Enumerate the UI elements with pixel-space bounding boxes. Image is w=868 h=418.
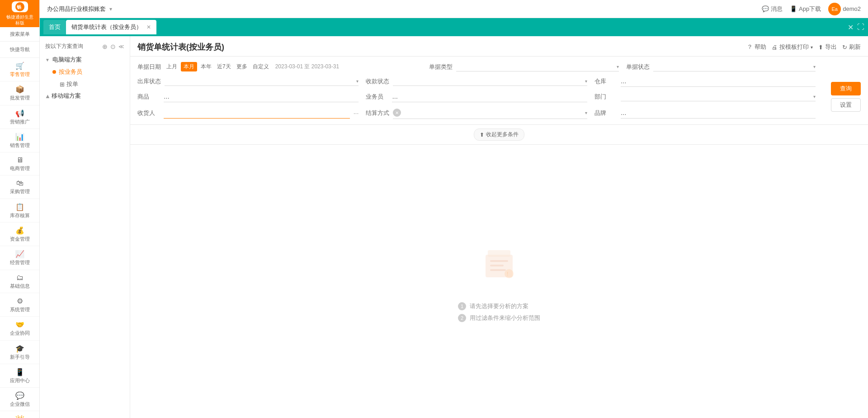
- sidebar-item-ecommerce[interactable]: 🖥 电商管理: [0, 152, 39, 176]
- sidebar-item-operations[interactable]: 📈 经营管理: [0, 246, 39, 270]
- system-label: 系统管理: [10, 306, 30, 313]
- date-tab-custom[interactable]: 自定义: [251, 62, 271, 71]
- tip-2-text: 用过滤条件来缩小分析范围: [470, 314, 540, 322]
- sidebar-item-sales[interactable]: 📊 销售管理: [0, 129, 39, 152]
- help-button[interactable]: ？ 帮助: [747, 43, 766, 51]
- goods-label: 商品: [137, 93, 160, 101]
- page-header: 销货单统计表(按业务员) ？ 帮助 🖨 按模板打印 ▾ ⬆ 导出: [130, 36, 868, 57]
- payment-status-arrow: ▾: [585, 79, 587, 84]
- app-download-button[interactable]: 📱 App下载: [790, 5, 821, 13]
- filter-row-4: 收货人 ··· 结算方式 ✕ ▾ 品牌: [137, 107, 861, 119]
- sidebar-search-section[interactable]: 搜索菜单: [0, 27, 39, 42]
- settlement-clear-icon[interactable]: ✕: [393, 109, 401, 117]
- sidebar-item-basic[interactable]: 🗂 基础信息: [0, 270, 39, 293]
- sidebar-item-finance[interactable]: 💰 资金管理: [0, 223, 39, 246]
- collapse-button[interactable]: ⬆ 收起更多条件: [474, 128, 524, 141]
- tab-maximize-button[interactable]: ⛶: [857, 23, 864, 31]
- warehouse-select[interactable]: …: [621, 76, 816, 87]
- doc-status-select[interactable]: ▾: [653, 62, 816, 71]
- tree-by-order[interactable]: ⊞ 按单: [40, 78, 130, 90]
- filter-row-1: 单据日期 上月 本月 本年 近7天 更多 自定义 20: [137, 62, 861, 71]
- department-select[interactable]: ▾: [621, 92, 816, 101]
- sidebar-item-appstore[interactable]: 📱 应用中心: [0, 364, 39, 388]
- out-status-select[interactable]: ▾: [165, 77, 359, 86]
- collapse-icon: ⬆: [480, 132, 484, 138]
- filter-row-3: 商品 … 业务员 … 部门: [137, 91, 861, 102]
- filter-payment-status: 收款状态 ▾: [366, 77, 587, 86]
- sidebar-item-wechat[interactable]: 💬 企业微信: [0, 388, 39, 411]
- tree-pc-scheme[interactable]: ▼ 电脑端方案: [40, 54, 130, 66]
- date-tab-last-month[interactable]: 上月: [165, 62, 179, 71]
- query-button[interactable]: 查询: [831, 82, 861, 95]
- tab-bar-controls: ✕ ⛶: [848, 23, 864, 32]
- sidebar-logo[interactable]: 畅 畅捷通好生意 标版: [0, 0, 39, 27]
- date-filter-controls: 上月 本月 本年 近7天 更多 自定义 2023-03-01 至 2023-03…: [165, 62, 422, 71]
- scheme-query-title: 按以下方案查询: [45, 43, 83, 50]
- consignee-dots-icon[interactable]: ···: [354, 109, 359, 117]
- finance-label: 资金管理: [10, 236, 30, 242]
- page-content-wrapper: 单据日期 上月 本月 本年 近7天 更多 自定义 20: [130, 57, 868, 418]
- breadcrumb-dropdown-icon[interactable]: ▾: [109, 6, 112, 12]
- wechat-label: 企业微信: [10, 401, 30, 407]
- sidebar-item-marketing[interactable]: 📢 营销推广: [0, 105, 39, 129]
- consignee-input[interactable]: [164, 108, 350, 119]
- tab-close-button[interactable]: ✕: [146, 24, 151, 30]
- settlement-select[interactable]: ✕ ▾: [393, 107, 587, 119]
- sidebar-item-inventory[interactable]: 📋 库存核算: [0, 199, 39, 223]
- page-title: 销货单统计表(按业务员): [137, 42, 224, 52]
- goods-select[interactable]: …: [164, 91, 359, 102]
- sidebar-item-guide[interactable]: 🎓 新手引导: [0, 341, 39, 364]
- sidebar-item-wholesale[interactable]: 📦 批发管理: [0, 81, 39, 105]
- date-tab-this-year[interactable]: 本年: [199, 62, 213, 71]
- date-tab-more[interactable]: 更多: [235, 62, 249, 71]
- collapse-panel-icon[interactable]: ≪: [118, 43, 124, 50]
- template-print-button[interactable]: 🖨 按模板打印 ▾: [772, 43, 813, 51]
- tab-sales-stat[interactable]: 销货单统计表（按业务员） ✕: [66, 20, 156, 34]
- tab-home[interactable]: 首页: [43, 20, 66, 34]
- message-icon: 💬: [762, 5, 769, 12]
- doc-type-select[interactable]: ▾: [456, 62, 618, 71]
- svg-rect-6: [490, 269, 506, 271]
- salesperson-select[interactable]: …: [392, 91, 587, 102]
- by-order-label: 按单: [66, 80, 78, 88]
- refresh-icon: ↻: [842, 44, 847, 51]
- tip-1-text: 请先选择要分析的方案: [470, 302, 528, 310]
- sidebar-item-system[interactable]: ⚙ 系统管理: [0, 293, 39, 317]
- breadcrumb: 办公用品行业模拟账套: [47, 5, 106, 13]
- settings-scheme-icon[interactable]: ⊙: [110, 43, 116, 50]
- sidebar-nav-section[interactable]: 快捷导航: [0, 42, 39, 58]
- payment-status-label: 收款状态: [366, 77, 389, 86]
- tree-by-salesperson[interactable]: 按业务员: [40, 66, 130, 78]
- settings-button[interactable]: 设置: [831, 98, 861, 112]
- sidebar-nav-label[interactable]: 快捷导航: [10, 43, 30, 56]
- tab-close-all-button[interactable]: ✕: [848, 23, 854, 32]
- brand-select[interactable]: …: [621, 108, 816, 119]
- out-status-arrow: ▾: [356, 79, 359, 84]
- sidebar-search-label[interactable]: 搜索菜单: [10, 31, 30, 38]
- filter-warehouse: 仓库 …: [594, 76, 816, 87]
- marketing-icon: 📢: [15, 109, 24, 118]
- empty-tip-1: 1 请先选择要分析的方案: [458, 302, 540, 310]
- username-label: demo2: [843, 5, 861, 12]
- date-tab-7days[interactable]: 近7天: [215, 62, 233, 71]
- payment-status-select[interactable]: ▾: [393, 77, 587, 86]
- template-print-dropdown-icon[interactable]: ▾: [811, 45, 813, 50]
- page-actions: ？ 帮助 🖨 按模板打印 ▾ ⬆ 导出 ↻ 刷新: [747, 43, 861, 51]
- tree-mobile-scheme[interactable]: ▶ 移动端方案: [40, 90, 130, 102]
- add-scheme-icon[interactable]: ⊕: [102, 43, 108, 50]
- operations-icon: 📈: [15, 250, 24, 258]
- refresh-button[interactable]: ↻ 刷新: [842, 43, 861, 51]
- doc-status-label: 单据状态: [626, 63, 650, 71]
- header-left: 办公用品行业模拟账套 ▾: [47, 5, 112, 13]
- print-icon: 🖨: [772, 44, 778, 51]
- sidebar-item-member[interactable]: 👑 畅会员: [0, 411, 39, 418]
- sidebar-item-purchase[interactable]: 🛍 采购管理: [0, 176, 39, 199]
- message-button[interactable]: 💬 消息: [762, 5, 783, 13]
- export-button[interactable]: ⬆ 导出: [818, 43, 837, 51]
- date-tab-this-month[interactable]: 本月: [181, 62, 197, 71]
- sidebar-item-corp[interactable]: 🤝 企业协同: [0, 317, 39, 340]
- filter-settlement: 结算方式 ✕ ▾: [366, 107, 587, 119]
- sidebar-item-retail[interactable]: 🛒 零售管理: [0, 58, 39, 81]
- svg-rect-4: [490, 260, 508, 262]
- user-profile[interactable]: Ea demo2: [828, 3, 861, 15]
